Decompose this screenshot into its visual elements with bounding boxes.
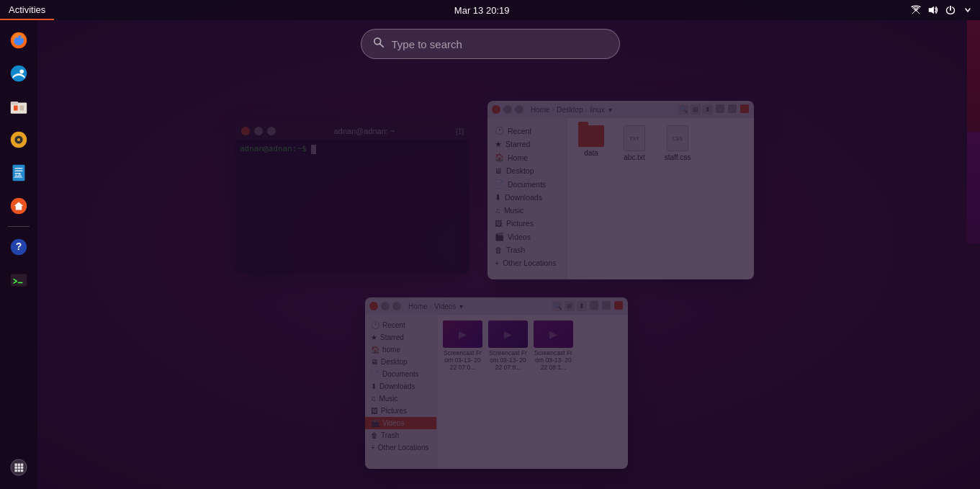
dock-item-software-center[interactable] <box>4 192 33 220</box>
svg-text:?: ? <box>16 241 22 252</box>
svg-rect-22 <box>18 282 23 283</box>
svg-line-34 <box>379 44 382 47</box>
power-icon[interactable] <box>944 4 957 17</box>
svg-rect-31 <box>18 470 21 472</box>
dock-item-thunderbird[interactable] <box>4 59 33 88</box>
activities-button[interactable]: Activities <box>0 0 54 20</box>
svg-rect-24 <box>14 463 17 466</box>
svg-point-6 <box>19 69 24 73</box>
volume-icon[interactable] <box>927 4 940 17</box>
activities-label: Activities <box>9 4 45 15</box>
svg-rect-30 <box>14 470 17 472</box>
svg-rect-28 <box>18 467 21 470</box>
network-icon[interactable] <box>909 4 922 17</box>
svg-rect-15 <box>14 168 22 169</box>
svg-rect-29 <box>21 467 24 470</box>
search-overlay: Type to search <box>0 0 980 489</box>
dock-item-help[interactable]: ? <box>4 233 33 261</box>
svg-rect-25 <box>18 463 21 466</box>
svg-rect-21 <box>11 274 27 287</box>
dock-item-terminal[interactable] <box>4 266 33 295</box>
topbar-center: Mar 13 20:19 <box>54 5 909 16</box>
svg-rect-16 <box>14 171 22 171</box>
svg-point-13 <box>17 138 20 141</box>
svg-rect-26 <box>21 463 24 466</box>
svg-rect-1 <box>915 9 917 12</box>
svg-rect-27 <box>14 467 17 470</box>
topbar: Activities Mar 13 20:19 <box>0 0 980 20</box>
system-menu-arrow-icon[interactable] <box>961 4 974 17</box>
dock: ? <box>0 20 37 489</box>
svg-rect-32 <box>21 470 24 472</box>
dock-item-files[interactable] <box>4 92 33 121</box>
svg-rect-9 <box>14 106 18 111</box>
topbar-right <box>909 4 980 17</box>
search-placeholder: Type to search <box>392 38 462 50</box>
dock-item-rhythmbox[interactable] <box>4 125 33 154</box>
topbar-datetime: Mar 13 20:19 <box>454 5 510 16</box>
svg-marker-2 <box>929 6 934 14</box>
dock-item-app-grid[interactable] <box>4 453 33 482</box>
dock-item-firefox[interactable] <box>4 26 33 55</box>
dock-item-libreoffice-writer[interactable] <box>4 158 33 187</box>
svg-rect-8 <box>11 102 18 104</box>
search-icon <box>373 37 385 51</box>
svg-rect-10 <box>19 106 24 111</box>
dock-separator <box>8 226 30 227</box>
search-bar[interactable]: Type to search <box>361 29 620 59</box>
